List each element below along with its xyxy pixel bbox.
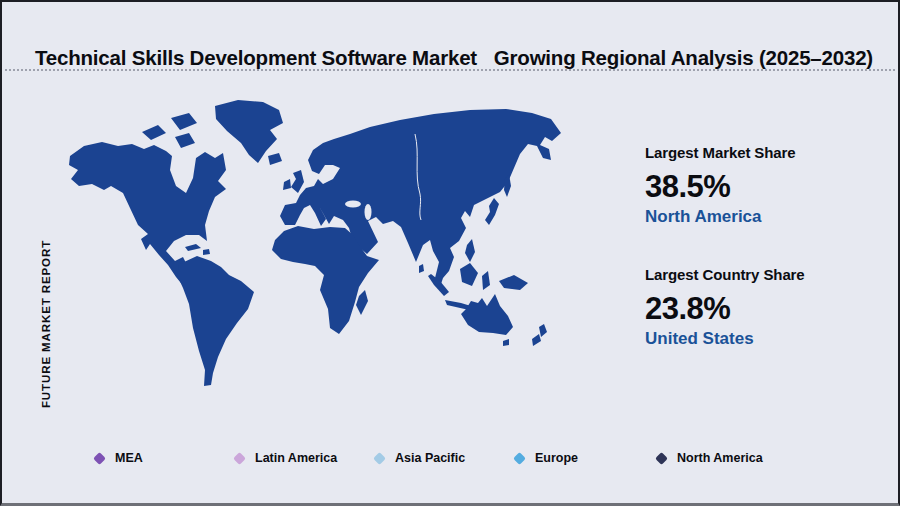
world-map-svg [62, 94, 622, 424]
legend-item-europe: Europe [515, 449, 578, 467]
stat-label: Largest Country Share [645, 266, 895, 284]
caspian-sea [365, 204, 372, 220]
legend-marker-icon [373, 452, 386, 465]
map-sri-lanka [419, 264, 424, 273]
map-greenland [215, 100, 283, 163]
legend-label: Latin America [255, 451, 337, 465]
brand-watermark: FUTURE MARKET REPORT [40, 240, 52, 408]
legend-label: North America [677, 451, 763, 465]
map-philippines [465, 239, 475, 262]
legend-item-asia-pacific: Asia Pacific [375, 449, 465, 467]
legend-item-mea: MEA [95, 449, 143, 467]
legend-label: Asia Pacific [395, 451, 465, 465]
map-madagascar [356, 290, 368, 315]
world-map [62, 94, 622, 424]
stat-value: 23.8% [645, 293, 895, 325]
map-british-isles [283, 170, 304, 193]
legend-label: MEA [115, 451, 143, 465]
legend-marker-icon [233, 452, 246, 465]
black-sea [345, 201, 361, 208]
dotted-separator [5, 69, 895, 71]
map-arctic-islands [142, 113, 197, 148]
map-caribbean [185, 244, 210, 255]
legend: MEA Latin America Asia Pacific Europe No… [2, 449, 898, 469]
stat-value: 38.5% [645, 171, 895, 203]
legend-marker-icon [513, 452, 526, 465]
map-new-guinea [499, 275, 528, 290]
world-map-landmass [69, 100, 561, 386]
stat-market-share: Largest Market Share 38.5% North America [645, 144, 895, 227]
legend-label: Europe [535, 451, 578, 465]
map-new-zealand [532, 324, 547, 346]
map-south-america [177, 256, 254, 386]
legend-marker-icon [655, 452, 668, 465]
stat-region: United States [645, 329, 895, 349]
legend-item-latin-america: Latin America [235, 449, 337, 467]
page-title: Technical Skills Development Software Ma… [35, 46, 477, 70]
map-iceland [268, 153, 282, 165]
map-australia [461, 294, 513, 335]
infographic-frame: Technical Skills Development Software Ma… [0, 0, 900, 506]
page-subtitle: Growing Regional Analysis (2025–2032) [494, 46, 873, 70]
stat-country-share: Largest Country Share 23.8% United State… [645, 266, 895, 349]
map-japan [485, 198, 499, 225]
map-borneo [460, 263, 478, 286]
legend-item-north-america: North America [657, 449, 763, 467]
stat-label: Largest Market Share [645, 144, 895, 162]
legend-marker-icon [93, 452, 106, 465]
map-sulawesi [482, 271, 490, 290]
stat-region: North America [645, 207, 895, 227]
map-tasmania [503, 339, 509, 346]
